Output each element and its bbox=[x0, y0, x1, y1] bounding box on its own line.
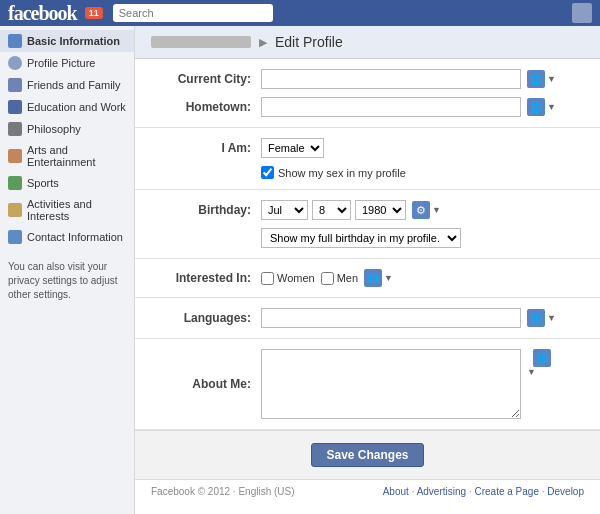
interested-privacy[interactable] bbox=[364, 269, 382, 287]
page-title: Edit Profile bbox=[275, 34, 343, 50]
birthday-privacy-arrow: ▼ bbox=[432, 205, 441, 215]
i-am-label: I Am: bbox=[151, 141, 261, 155]
birthday-display-select[interactable]: Show my full birthday in my profile. Sho… bbox=[261, 228, 461, 248]
interested-row: Interested In: Women Men bbox=[151, 269, 584, 287]
sidebar-item-sports[interactable]: Sports bbox=[0, 172, 134, 194]
create-page-link[interactable]: Create a Page bbox=[474, 486, 539, 497]
hometown-privacy[interactable] bbox=[527, 98, 545, 116]
sidebar-item-basic[interactable]: Basic Information bbox=[0, 30, 134, 52]
birthday-privacy[interactable] bbox=[412, 201, 430, 219]
main-container: Basic Information Profile Picture Friend… bbox=[0, 26, 600, 514]
save-button[interactable]: Save Changes bbox=[311, 443, 423, 467]
sidebar-label-contact: Contact Information bbox=[27, 231, 123, 243]
globe-icon-3 bbox=[367, 273, 379, 284]
sidebar-item-picture[interactable]: Profile Picture bbox=[0, 52, 134, 74]
sidebar-item-contact[interactable]: Contact Information bbox=[0, 226, 134, 248]
men-checkbox[interactable] bbox=[321, 272, 334, 285]
languages-privacy[interactable] bbox=[527, 309, 545, 327]
friends-icon bbox=[8, 78, 22, 92]
sidebar-item-activities[interactable]: Activities and Interests bbox=[0, 194, 134, 226]
birthday-year-select[interactable]: 1978197919801981 bbox=[355, 200, 406, 220]
about-privacy[interactable] bbox=[533, 349, 551, 367]
globe-icon bbox=[530, 74, 542, 85]
sidebar-label-arts: Arts and Entertainment bbox=[27, 144, 126, 168]
sidebar-label-education: Education and Work bbox=[27, 101, 126, 113]
birthday-row: Birthday: JanFebMarApr MayJunJulAug SepO… bbox=[151, 200, 584, 220]
philosophy-icon bbox=[8, 122, 22, 136]
women-checkbox[interactable] bbox=[261, 272, 274, 285]
women-checkbox-label[interactable]: Women bbox=[261, 272, 315, 285]
gender-section: I Am: Female Male Show my sex in my prof… bbox=[135, 128, 600, 190]
footer: Facebook © 2012 · English (US) About · A… bbox=[135, 479, 600, 503]
current-city-input[interactable] bbox=[261, 69, 521, 89]
about-link[interactable]: About bbox=[383, 486, 409, 497]
contact-icon bbox=[8, 230, 22, 244]
women-label: Women bbox=[277, 272, 315, 284]
current-city-label: Current City: bbox=[151, 72, 261, 86]
interested-section: Interested In: Women Men bbox=[135, 259, 600, 298]
topbar-right bbox=[572, 3, 592, 23]
sidebar-item-education[interactable]: Education and Work bbox=[0, 96, 134, 118]
hometown-field-group: ▼ bbox=[261, 97, 556, 117]
current-city-privacy[interactable] bbox=[527, 70, 545, 88]
birthday-selects: JanFebMarApr MayJunJulAug SepOctNovDec 1… bbox=[261, 200, 406, 220]
about-row: About Me: ▼ bbox=[151, 349, 584, 419]
advertising-link[interactable]: Advertising bbox=[417, 486, 466, 497]
copyright: Facebook © 2012 · English (US) bbox=[151, 486, 295, 497]
sidebar-label-philosophy: Philosophy bbox=[27, 123, 81, 135]
about-textarea[interactable] bbox=[261, 349, 521, 419]
facebook-logo: facebook bbox=[8, 2, 77, 25]
interested-label: Interested In: bbox=[151, 271, 261, 285]
about-privacy-arrow: ▼ bbox=[527, 367, 536, 377]
picture-icon bbox=[8, 56, 22, 70]
languages-section: Languages: ▼ bbox=[135, 298, 600, 339]
men-label: Men bbox=[337, 272, 358, 284]
birthday-section: Birthday: JanFebMarApr MayJunJulAug SepO… bbox=[135, 190, 600, 259]
current-city-field-group: ▼ bbox=[261, 69, 556, 89]
notification-badge[interactable]: 11 bbox=[85, 7, 103, 19]
show-sex-row: Show my sex in my profile bbox=[261, 166, 584, 179]
globe-icon-4 bbox=[530, 313, 542, 324]
gender-select[interactable]: Female Male bbox=[261, 138, 324, 158]
interested-field-group: Women Men ▼ bbox=[261, 269, 393, 287]
education-icon bbox=[8, 100, 22, 114]
languages-label: Languages: bbox=[151, 311, 261, 325]
sidebar-item-arts[interactable]: Arts and Entertainment bbox=[0, 140, 134, 172]
sidebar-item-philosophy[interactable]: Philosophy bbox=[0, 118, 134, 140]
sidebar: Basic Information Profile Picture Friend… bbox=[0, 26, 135, 514]
birthday-display-row: Show my full birthday in my profile. Sho… bbox=[261, 228, 584, 248]
sports-icon bbox=[8, 176, 22, 190]
footer-links: About · Advertising · Create a Page · De… bbox=[383, 486, 584, 497]
search-input[interactable] bbox=[113, 4, 273, 22]
hometown-input[interactable] bbox=[261, 97, 521, 117]
languages-field-group: ▼ bbox=[261, 308, 556, 328]
show-sex-checkbox[interactable] bbox=[261, 166, 274, 179]
develop-link[interactable]: Develop bbox=[547, 486, 584, 497]
i-am-row: I Am: Female Male bbox=[151, 138, 584, 158]
about-privacy-group: ▼ bbox=[527, 349, 551, 377]
i-am-field: Female Male bbox=[261, 138, 584, 158]
breadcrumb-arrow: ▶ bbox=[259, 36, 267, 49]
save-area: Save Changes bbox=[135, 430, 600, 479]
sidebar-label-picture: Profile Picture bbox=[27, 57, 95, 69]
interested-privacy-arrow: ▼ bbox=[384, 273, 393, 283]
men-checkbox-label[interactable]: Men bbox=[321, 272, 358, 285]
languages-input[interactable] bbox=[261, 308, 521, 328]
profile-header: ▶ Edit Profile bbox=[135, 26, 600, 59]
hometown-privacy-arrow: ▼ bbox=[547, 102, 556, 112]
globe-icon-2 bbox=[530, 102, 542, 113]
birthday-month-select[interactable]: JanFebMarApr MayJunJulAug SepOctNovDec bbox=[261, 200, 308, 220]
sidebar-item-friends[interactable]: Friends and Family bbox=[0, 74, 134, 96]
sidebar-label-activities: Activities and Interests bbox=[27, 198, 126, 222]
avatar[interactable] bbox=[572, 3, 592, 23]
profile-name-blurred bbox=[151, 36, 251, 48]
hometown-label: Hometown: bbox=[151, 100, 261, 114]
gear-icon bbox=[416, 204, 426, 217]
birthday-day-select[interactable]: 12345 678910 bbox=[312, 200, 351, 220]
privacy-note: You can also visit your privacy settings… bbox=[0, 252, 134, 310]
show-sex-label: Show my sex in my profile bbox=[278, 167, 406, 179]
sidebar-label-friends: Friends and Family bbox=[27, 79, 121, 91]
about-section: About Me: ▼ bbox=[135, 339, 600, 430]
hometown-row: Hometown: ▼ bbox=[151, 97, 584, 117]
form-area: Current City: ▼ Hometown: bbox=[135, 59, 600, 479]
